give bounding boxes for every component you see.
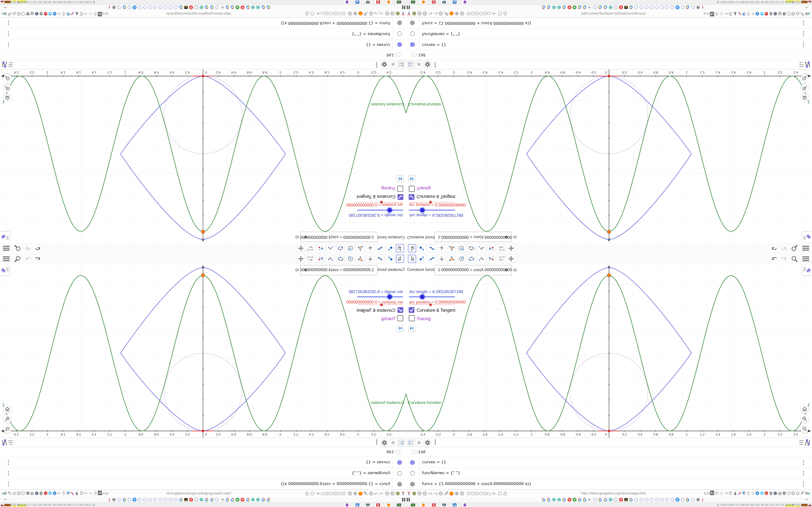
row-kebab-icon[interactable] bbox=[7, 470, 9, 476]
folder-icon[interactable] bbox=[320, 491, 325, 496]
line-tool-button[interactable] bbox=[428, 255, 436, 263]
font-size-badge[interactable]: A7 bbox=[710, 12, 714, 16]
zoom-out-button[interactable] bbox=[801, 425, 809, 433]
search-icon[interactable] bbox=[791, 244, 798, 251]
flower-ring-icon[interactable] bbox=[215, 497, 219, 502]
overflow-dots-icon[interactable] bbox=[808, 12, 812, 15]
stylebar-kebab-icon[interactable] bbox=[376, 62, 378, 68]
redo-button[interactable] bbox=[780, 244, 787, 251]
google-icon[interactable] bbox=[179, 5, 183, 10]
visibility-dot[interactable] bbox=[410, 32, 415, 36]
font-size-badge[interactable]: A7 bbox=[98, 12, 102, 16]
stylebar-kebab-icon[interactable] bbox=[434, 439, 436, 445]
wrench-icon[interactable] bbox=[7, 491, 12, 496]
move-tool-button[interactable] bbox=[408, 244, 416, 252]
flower-ring-icon[interactable] bbox=[143, 5, 147, 10]
move-view-tool-button[interactable] bbox=[507, 255, 515, 263]
olive-dot-icon[interactable] bbox=[395, 11, 400, 16]
row-kebab-icon[interactable] bbox=[803, 481, 805, 487]
y-tool-icon[interactable] bbox=[406, 491, 411, 496]
flower-ring-icon[interactable] bbox=[680, 497, 685, 502]
facebook-icon[interactable]: f bbox=[701, 5, 705, 10]
crayon-icon[interactable] bbox=[70, 11, 75, 16]
graphics-stylebar-toggle[interactable] bbox=[802, 265, 812, 275]
algebra-descriptions-button[interactable] bbox=[407, 439, 414, 446]
pill-icon[interactable] bbox=[61, 491, 66, 496]
wikipedia-icon[interactable]: W bbox=[220, 497, 224, 502]
expand-chevrons-icon[interactable] bbox=[716, 0, 720, 4]
globe-teal-icon[interactable] bbox=[552, 5, 556, 10]
dot-circle-icon[interactable] bbox=[325, 11, 329, 16]
red-badge-icon[interactable]: ICF bbox=[764, 11, 769, 16]
collapse-toggle[interactable]: − bbox=[395, 53, 400, 57]
flower-ring-icon[interactable] bbox=[639, 5, 644, 10]
flower-ring-icon[interactable] bbox=[634, 497, 639, 502]
algebra-row[interactable]: funcNames = {" "} bbox=[0, 468, 406, 478]
flower-ring-icon[interactable] bbox=[691, 497, 695, 502]
dot-circle-icon[interactable] bbox=[341, 11, 346, 16]
wikipedia-icon[interactable]: W bbox=[588, 5, 592, 10]
graphics-stylebar-toggle[interactable] bbox=[802, 232, 812, 242]
gear-dark-icon[interactable] bbox=[112, 497, 116, 502]
google-icon[interactable] bbox=[230, 497, 235, 502]
photos-icon[interactable] bbox=[184, 5, 188, 10]
wrench-icon[interactable] bbox=[7, 11, 12, 16]
wrench-icon[interactable] bbox=[363, 11, 368, 16]
globe-icon[interactable] bbox=[385, 11, 390, 16]
reload-icon[interactable] bbox=[728, 491, 733, 496]
polygon-tool-button[interactable] bbox=[448, 244, 456, 252]
puzzle-icon[interactable] bbox=[12, 11, 17, 16]
visibility-dot[interactable] bbox=[397, 471, 402, 475]
line-tool-button[interactable] bbox=[428, 244, 436, 252]
flower-ring-icon[interactable] bbox=[655, 497, 659, 502]
globe-icon[interactable] bbox=[16, 491, 21, 496]
zoom-out-button[interactable] bbox=[3, 425, 11, 433]
shield-icon[interactable] bbox=[497, 491, 502, 496]
ub-shield-icon[interactable]: U0 bbox=[25, 11, 30, 16]
google-icon[interactable] bbox=[546, 5, 551, 10]
olive-dot-icon[interactable] bbox=[412, 491, 417, 496]
floppy64-app-icon[interactable]: 64 bbox=[451, 0, 458, 4]
globe-icon[interactable] bbox=[16, 11, 21, 16]
visibility-dot[interactable] bbox=[410, 471, 415, 475]
gear-icon[interactable] bbox=[353, 491, 358, 496]
move-view-tool-button[interactable] bbox=[297, 244, 305, 252]
google-icon[interactable] bbox=[598, 497, 603, 502]
visibility-dot[interactable] bbox=[397, 20, 402, 25]
row-kebab-icon[interactable] bbox=[7, 42, 9, 48]
floppy64-app-icon[interactable]: 64 bbox=[354, 503, 361, 507]
google-icon[interactable] bbox=[562, 497, 566, 502]
reflect-tool-button[interactable] bbox=[317, 255, 325, 263]
row-kebab-icon[interactable] bbox=[7, 31, 9, 37]
gear-dark-icon[interactable] bbox=[696, 5, 700, 10]
polygon-tool-button[interactable] bbox=[356, 244, 364, 252]
arc-dot-icon[interactable] bbox=[374, 491, 379, 496]
redo-button[interactable] bbox=[780, 256, 787, 263]
graphics-stylebar-toggle[interactable] bbox=[0, 232, 10, 242]
media-pause-icon[interactable] bbox=[407, 498, 410, 501]
algebra-row[interactable]: curves = {} bbox=[0, 39, 406, 50]
row-kebab-icon[interactable] bbox=[7, 20, 9, 26]
move-tool-button[interactable] bbox=[396, 255, 404, 263]
globe-teal-icon[interactable] bbox=[199, 497, 204, 502]
red-badge-icon[interactable]: ICF bbox=[764, 491, 769, 496]
search-icon[interactable] bbox=[791, 256, 798, 263]
flower-ring-icon[interactable] bbox=[215, 5, 219, 10]
line-tool-button[interactable] bbox=[376, 244, 384, 252]
zoom-in-button[interactable] bbox=[3, 84, 11, 92]
crayon-icon[interactable] bbox=[70, 491, 75, 496]
ub-shield-icon[interactable]: U0 bbox=[782, 11, 787, 16]
arc-length-slider[interactable] bbox=[409, 296, 455, 297]
page-url[interactable]: https://www.geogebra.org/classic/aagcxh3… bbox=[581, 12, 646, 16]
arc-dot-icon[interactable] bbox=[379, 491, 384, 496]
bin-icon[interactable] bbox=[30, 11, 35, 16]
row-kebab-icon[interactable] bbox=[803, 42, 805, 48]
graphics-view[interactable]: -2.4-2.2-2-1.8-1.6-1.4-1.2-1-0.8-0.6-0.4… bbox=[406, 69, 812, 243]
chevron-up-icon[interactable] bbox=[805, 6, 809, 9]
flower-ring-icon[interactable] bbox=[644, 497, 649, 502]
firefox-icon[interactable] bbox=[449, 491, 454, 496]
line-tool-button[interactable] bbox=[376, 255, 384, 263]
u-blue-icon[interactable] bbox=[48, 491, 52, 496]
globe-icon[interactable] bbox=[422, 491, 427, 496]
arc-position-slider-knob[interactable] bbox=[380, 303, 383, 306]
